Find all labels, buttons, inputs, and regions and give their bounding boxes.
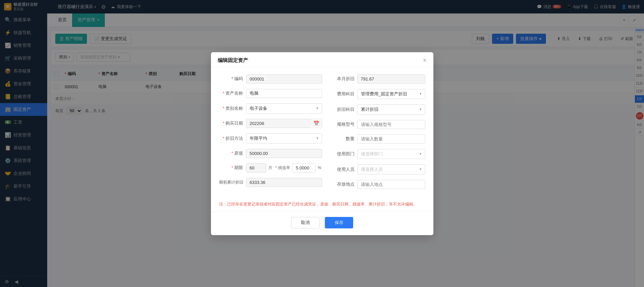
residual-input[interactable]: [292, 163, 316, 172]
buydate-input[interactable]: [246, 119, 311, 128]
form-row-dept: 使用部门 请选择部门 ▾: [330, 149, 425, 159]
cancel-button[interactable]: 取消: [291, 217, 319, 228]
depr-subject-label: 折旧科目: [330, 106, 357, 113]
code-label: * 编码: [219, 76, 246, 82]
init-depr-label: 期初累计折旧: [219, 180, 246, 185]
modal-header: 编辑固定资产 ×: [211, 52, 433, 68]
code-input[interactable]: [246, 74, 322, 84]
form-grid: * 编码 * 资产名称 * 类别名称 电子设备 ▾: [219, 74, 425, 194]
modal-note: 注：已经存在变更记录或者对应固定资产已经生成凭证，原值、购买日期、残值率、累计折…: [211, 201, 433, 211]
depr-subject-select[interactable]: 累计折旧 ▾: [357, 104, 425, 115]
expense-subject-select[interactable]: 管理费用_固定资产折旧 ▾: [357, 89, 425, 99]
form-row-user: 使用人员 请选择人员 ▾: [330, 164, 425, 174]
expense-subject-arrow-icon: ▾: [420, 92, 422, 96]
spec-input[interactable]: [357, 120, 425, 129]
category-label: * 类别名称: [219, 105, 246, 111]
form-row-period: * 期限 月 * 残值率 %: [219, 163, 322, 172]
form-col-right: 本月折旧 费用科目 管理费用_固定资产折旧 ▾ 折旧科目: [322, 74, 425, 194]
period-label: * 期限: [219, 165, 246, 171]
init-depr-input[interactable]: [246, 178, 322, 187]
form-row-depr-subject: 折旧科目 累计折旧 ▾: [330, 104, 425, 115]
user-select[interactable]: 请选择人员 ▾: [357, 164, 425, 174]
spec-label: 规格型号: [330, 121, 357, 127]
form-row-monthly-depr: 本月折旧: [330, 74, 425, 84]
dept-select[interactable]: 请选择部门 ▾: [357, 149, 425, 159]
location-label: 存放地点: [330, 181, 357, 187]
dept-label: 使用部门: [330, 151, 357, 157]
form-row-expense-subject: 费用科目 管理费用_固定资产折旧 ▾: [330, 89, 425, 99]
residual-unit: %: [318, 165, 321, 170]
form-row-category: * 类别名称 电子设备 ▾: [219, 103, 322, 114]
form-row-buydate: * 购买日期 📅: [219, 119, 322, 128]
monthly-depr-label: 本月折旧: [330, 76, 357, 82]
user-label: 使用人员: [330, 166, 357, 172]
category-arrow-icon: ▾: [316, 106, 318, 110]
method-label: * 折旧方法: [219, 135, 246, 141]
form-row-original: * 原值: [219, 149, 322, 158]
category-select[interactable]: 电子设备 ▾: [246, 103, 322, 114]
period-input[interactable]: [246, 163, 266, 172]
original-input[interactable]: [246, 149, 322, 158]
expense-subject-label: 费用科目: [330, 91, 357, 97]
monthly-depr-input: [357, 74, 425, 84]
buydate-input-wrapper: 📅: [246, 119, 322, 128]
user-arrow-icon: ▾: [420, 167, 422, 171]
modal-footer: 取消 保存: [211, 211, 433, 235]
modal-close-btn[interactable]: ×: [423, 57, 427, 64]
period-unit: 月: [268, 165, 272, 171]
form-row-init-depr: 期初累计折旧: [219, 178, 322, 187]
form-row-quantity: 数量: [330, 134, 425, 144]
method-select[interactable]: 年限平均 ▾: [246, 133, 322, 144]
location-input[interactable]: [357, 180, 425, 189]
save-button[interactable]: 保存: [325, 217, 353, 228]
quantity-input[interactable]: [357, 134, 425, 144]
residual-label: * 残值率: [274, 165, 290, 171]
modal-overlay: 编辑固定资产 × * 编码 * 资产名称: [0, 0, 644, 287]
modal-body: * 编码 * 资产名称 * 类别名称 电子设备 ▾: [211, 68, 433, 201]
form-row-code: * 编码: [219, 74, 322, 84]
dept-arrow-icon: ▾: [420, 152, 422, 156]
period-inline: 月 * 残值率 %: [246, 163, 322, 172]
name-input[interactable]: [246, 89, 322, 98]
edit-asset-modal: 编辑固定资产 × * 编码 * 资产名称: [211, 52, 433, 235]
method-arrow-icon: ▾: [316, 136, 318, 140]
name-label: * 资产名称: [219, 90, 246, 96]
form-row-location: 存放地点: [330, 180, 425, 189]
form-row-name: * 资产名称: [219, 89, 322, 98]
form-col-left: * 编码 * 资产名称 * 类别名称 电子设备 ▾: [219, 74, 322, 194]
form-row-method: * 折旧方法 年限平均 ▾: [219, 133, 322, 144]
original-label: * 原值: [219, 150, 246, 156]
calendar-icon[interactable]: 📅: [311, 121, 322, 126]
buydate-label: * 购买日期: [219, 120, 246, 126]
modal-title: 编辑固定资产: [218, 57, 248, 64]
form-row-spec: 规格型号: [330, 120, 425, 129]
quantity-label: 数量: [330, 136, 357, 142]
depr-subject-arrow-icon: ▾: [420, 107, 422, 111]
